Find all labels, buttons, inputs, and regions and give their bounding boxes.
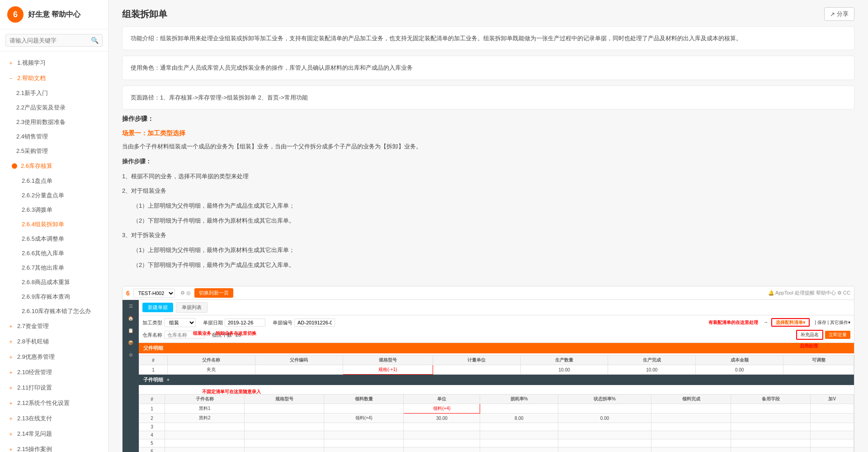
- mock-store-select[interactable]: TEST-H002: [133, 289, 175, 298]
- col-unit: 计量单位: [433, 356, 520, 365]
- cell-produce-done: 10.00: [608, 365, 696, 375]
- mock-location-input[interactable]: 补充品名: [796, 330, 823, 340]
- logo-area: 6 好生意 帮助中心: [0, 0, 108, 29]
- cell-b-extra: [731, 404, 811, 414]
- mock-date-input[interactable]: [225, 319, 265, 327]
- mock-field-date: 单据日期: [203, 319, 265, 327]
- mock-toolbar: 新建单据 单据列表: [139, 300, 854, 315]
- share-button[interactable]: ↗ 分享: [824, 7, 854, 21]
- mock-tab-new[interactable]: 新建单据: [142, 303, 173, 312]
- sidebar-item-sub21[interactable]: 2.1新手入门: [0, 86, 108, 100]
- search-box: 🔍: [5, 34, 103, 47]
- sidebar-item-sub27[interactable]: ＋ 2.7资金管理: [0, 319, 108, 334]
- sidebar-item-sub2610[interactable]: 2.6.10库存账本错了怎么办: [0, 304, 108, 319]
- plus-icon: ＋: [7, 353, 14, 361]
- cell-parent-name: 夹克: [167, 365, 255, 375]
- sidebar-item-label: 2.7资金管理: [17, 322, 49, 330]
- sidebar-item-docs[interactable]: － 2.帮助文档: [0, 71, 108, 86]
- mock-field-code: 单据编号: [273, 319, 335, 327]
- sidebar-item-sub211[interactable]: ＋ 2.11打印设置: [0, 380, 108, 395]
- cell-b-qty: [324, 404, 404, 414]
- mock-subheader: 父件明细: [139, 343, 854, 353]
- col-b-qty: 领料数量: [324, 395, 404, 404]
- plus-icon: ＋: [7, 323, 14, 330]
- col-b-done: 领料完成: [651, 395, 731, 404]
- cell-b-v: [811, 414, 854, 423]
- nav-list: ＋ 1.视频学习 － 2.帮助文档 2.1新手入门 2.2产品安装及登录 2.3…: [0, 52, 108, 452]
- mock-bottom-table: # 子件名称 规格型号 领料数量 单位 损耗率% 状态拆率% 领料完成 备用字段: [139, 394, 854, 452]
- sidebar-item-sub26[interactable]: 2.6库存核算: [0, 158, 108, 174]
- mock-code-label: 单据编号: [273, 319, 292, 326]
- sidebar-item-sub268[interactable]: 2.6.8商品成本重算: [0, 275, 108, 290]
- plus-icon: ＋: [7, 400, 14, 407]
- sidebar-item-sub213[interactable]: ＋ 2.13在线支付: [0, 411, 108, 426]
- mock-icons: ⚙ ◎: [180, 290, 191, 296]
- cell-b-v: [811, 404, 854, 414]
- cell-b-spec: [245, 414, 324, 423]
- sidebar-item-label: 2.11打印设置: [17, 384, 52, 392]
- sidebar-item-sub267[interactable]: 2.6.7其他出库单: [0, 261, 108, 275]
- mock-type-select[interactable]: 组装: [164, 318, 196, 327]
- sidebar-item-sub265[interactable]: 2.6.5成本调整单: [0, 232, 108, 246]
- annotation-1-text: 有装配清单的在这里处理: [708, 320, 758, 325]
- sidebar-item-sub28[interactable]: ＋ 2.8手机旺铺: [0, 334, 108, 349]
- screenshot-container: 6 TEST-H002 ⚙ ◎ 切换到新一页 🔔 AppTool 处理提醒 帮助…: [122, 286, 854, 452]
- sidebar-item-sub269[interactable]: 2.6.9库存账本查询: [0, 290, 108, 304]
- mock-sub-subheader: 子件明细 + 不固定清单可在这里随意录入: [139, 375, 854, 385]
- sidebar-item-label: 2.帮助文档: [17, 74, 46, 82]
- sidebar-item-sub263[interactable]: 2.6.3调拨单: [0, 203, 108, 217]
- table-row: 1 夹克 规格(-+1) 10.00 10.00 0.00: [139, 365, 854, 375]
- cell-unit: [433, 365, 520, 375]
- table-row: 5: [139, 439, 854, 447]
- cell-b-num: 1: [139, 404, 165, 414]
- mock-sidebar-icon4: 📦: [123, 337, 139, 349]
- sidebar-item-label: 2.13在线支付: [17, 414, 52, 423]
- cell-b-extra: [731, 414, 811, 423]
- sidebar-item-sub23[interactable]: 2.3使用前数据准备: [0, 115, 108, 129]
- search-icon[interactable]: 🔍: [91, 37, 99, 44]
- col-produce-qty: 生产数量: [520, 356, 608, 365]
- mock-annotation-area1: 有装配清单的在这里处理 → 选择配料清单▾ | 保存 | 其它操作▾: [708, 319, 850, 326]
- logo-icon: 6: [7, 6, 24, 23]
- scene1-title: 场景一：加工类型选择: [122, 129, 854, 138]
- table-row: 6: [139, 447, 854, 452]
- sidebar-item-sub262[interactable]: 2.6.2分量盘点单: [0, 188, 108, 203]
- sidebar-item-sub29[interactable]: ＋ 2.9优惠券管理: [0, 349, 108, 365]
- mock-sidebar-icon5: ⚙: [123, 349, 139, 361]
- sidebar-item-sub215[interactable]: ＋ 2.15操作案例: [0, 442, 108, 452]
- share-label: 分享: [837, 10, 849, 18]
- sidebar-item-sub24[interactable]: 2.4销售管理: [0, 129, 108, 144]
- sidebar-item-sub264[interactable]: 2.6.4组装拆卸单: [0, 217, 108, 232]
- mock-subheader-area: 父件明细 组装业务、拆卸业务在这里切换 启用处理: [139, 343, 854, 353]
- sidebar-item-sub214[interactable]: ＋ 2.14常见问题: [0, 426, 108, 442]
- col-parent-name: 父件名称: [167, 356, 255, 365]
- circle-orange-icon: [11, 162, 18, 170]
- mock-select-btn[interactable]: 选择配料清单▾: [771, 318, 810, 327]
- sidebar-item-video[interactable]: ＋ 1.视频学习: [0, 55, 108, 71]
- screenshot-mock: 6 TEST-H002 ⚙ ◎ 切换到新一页 🔔 AppTool 处理提醒 帮助…: [123, 286, 854, 452]
- plus-icon: ＋: [7, 384, 14, 391]
- mock-switch-btn[interactable]: 切换到新一页: [194, 288, 233, 298]
- step-3-1: （1）上部明细为父件明细，最终作为原材料生成其它出库单；: [122, 245, 854, 256]
- mock-tab-list[interactable]: 单据列表: [176, 302, 208, 313]
- col-b-loss: 损耗率%: [480, 395, 558, 404]
- minus-icon: －: [7, 75, 14, 82]
- sidebar-item-sub212[interactable]: ＋ 2.12系统个性化设置: [0, 395, 108, 411]
- sidebar-item-sub25[interactable]: 2.5采购管理: [0, 144, 108, 158]
- step-3-2: （2）下部明细为子件明细，最终作为产成品生成其它入库单。: [122, 260, 854, 271]
- sidebar-item-sub261[interactable]: 2.6.1盘点单: [0, 174, 108, 188]
- cell-b-unit: 30.00: [404, 414, 480, 423]
- col-b-unit: 单位: [404, 395, 480, 404]
- intro-block: 功能介绍：组装拆卸单用来处理企业组装或拆卸等加工业务，支持有固定装配清单的产品加…: [122, 26, 854, 50]
- sidebar-item-sub22[interactable]: 2.2产品安装及登录: [0, 100, 108, 115]
- cell-adjust: [783, 365, 854, 375]
- mock-sidebar-icon2: 🏠: [123, 312, 139, 324]
- cell-b-done: [651, 404, 731, 414]
- sidebar-item-sub210[interactable]: ＋ 2.10经营管理: [0, 365, 108, 380]
- mock-confirm-btn[interactable]: 立即定量: [825, 331, 850, 339]
- sidebar-item-sub266[interactable]: 2.6.6其他入库单: [0, 246, 108, 261]
- search-input[interactable]: [9, 37, 91, 44]
- step-2: 2、对于组装业务: [122, 186, 854, 197]
- mock-code-input[interactable]: [294, 319, 335, 327]
- cell-b-name: 黑料2: [165, 414, 245, 423]
